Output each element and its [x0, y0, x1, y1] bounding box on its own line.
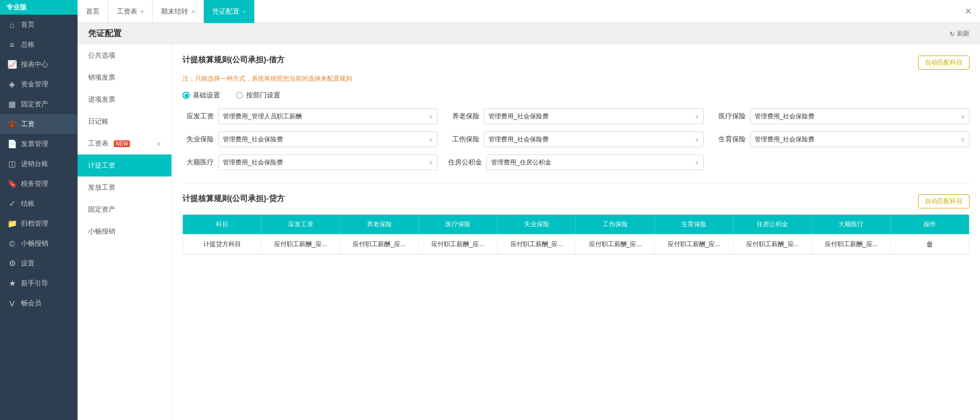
assets-icon: ▦ [7, 100, 17, 109]
sidebar-item-guide[interactable]: ★ 新手引导 [0, 273, 78, 293]
sidebar-item-home[interactable]: ⌂ 首页 [0, 15, 78, 35]
nav-purchase-invoice[interactable]: 进项发票 [78, 89, 171, 110]
field-maternity: 生育保险 管理费用_社会保险费 ∨ [714, 131, 970, 147]
section-divider [182, 183, 970, 183]
sidebar-item-closing[interactable]: ✓ 结账 [0, 194, 78, 214]
sidebar-label-expense: 小畅报销 [21, 239, 48, 248]
sidebar-label-tax: 税务管理 [21, 179, 48, 189]
sidebar-item-reports[interactable]: 📈 报表中心 [0, 54, 78, 74]
credit-auto-match-button[interactable]: 自动匹配科目 [918, 194, 970, 208]
td-action[interactable]: 🗑 [891, 235, 969, 254]
th-action: 操作 [891, 215, 969, 234]
chevron-down-icon: ∨ [429, 159, 433, 166]
chevron-down-icon: ∨ [429, 136, 433, 143]
chevron-down-icon: ∨ [695, 136, 699, 143]
sidebar-item-invoice[interactable]: 📄 发票管理 [0, 134, 78, 154]
settings-icon: ⚙ [7, 259, 17, 268]
th-subject: 科目 [183, 215, 262, 234]
field-injury: 工伤保险 管理费用_社会保险费 ∨ [448, 131, 703, 147]
sidebar-item-salary[interactable]: 💼 工资 [0, 114, 78, 134]
tab-period-close-close[interactable]: × [191, 8, 194, 15]
td-apply-salary[interactable]: 应付职工薪酬_应... [262, 235, 340, 254]
select-unemploy[interactable]: 管理费用_社会保险费 ∨ [218, 131, 438, 147]
app-title: 专业版 [0, 0, 78, 15]
archive-icon: 📁 [7, 219, 17, 228]
sidebar-label-archive: 归档管理 [21, 219, 48, 228]
nav-fixed-assets[interactable]: 固定资产 [78, 198, 171, 220]
tab-voucher-config[interactable]: 凭证配置 × [204, 0, 255, 23]
field-large-medical: 大额医疗 管理费用_社会保险费 ∨ [182, 154, 438, 170]
sidebar-item-assets[interactable]: ▦ 固定资产 [0, 94, 78, 114]
sidebar-item-trade[interactable]: ◫ 进销台账 [0, 154, 78, 174]
td-unemploy[interactable]: 应付职工薪酬_应... [497, 235, 576, 254]
tab-salary-table[interactable]: 工资表 × [108, 0, 153, 23]
tab-salary-table-close[interactable]: × [140, 8, 144, 15]
sidebar-item-funds[interactable]: ◈ 资金管理 [0, 74, 78, 94]
sidebar-label-reports: 报表中心 [21, 60, 48, 69]
tab-voucher-config-close[interactable]: × [243, 8, 246, 15]
sidebar-item-settings[interactable]: ⚙ 设置 [0, 253, 78, 273]
sidebar-item-expense[interactable]: © 小畅报销 [0, 234, 78, 253]
td-housing[interactable]: 应付职工薪酬_应... [734, 235, 812, 254]
th-housing: 住房公积金 [734, 215, 812, 234]
field-unemploy: 失业保险 管理费用_社会保险费 ∨ [182, 131, 438, 147]
nav-sales-invoice[interactable]: 销项发票 [78, 67, 171, 89]
refresh-icon: ↻ [950, 30, 955, 38]
th-apply-salary: 应发工资 [262, 215, 340, 234]
content-wrapper: 公共选项 销项发票 进项发票 日记账 工资表 NEW ∨ 计提工资 发放工资 [78, 45, 980, 420]
sidebar-item-member[interactable]: V 畅会员 [0, 293, 78, 313]
select-medical[interactable]: 管理费用_社会保险费 ∨ [750, 108, 970, 124]
invoice-icon: 📄 [7, 139, 17, 149]
radio-group: 基础设置 按部门设置 [182, 91, 970, 100]
tab-period-close[interactable]: 期末结转 × [153, 0, 203, 23]
label-medical: 医疗保险 [714, 112, 746, 121]
td-large-medical[interactable]: 应付职工薪酬_应... [812, 235, 891, 254]
td-maternity[interactable]: 应付职工薪酬_应... [655, 235, 734, 254]
funds-icon: ◈ [7, 80, 17, 89]
radio-dept[interactable]: 按部门设置 [236, 91, 280, 100]
credit-section-title: 计提核算规则(公司承担)-贷方 [182, 194, 285, 204]
tab-home[interactable]: 首页 [78, 0, 108, 23]
td-injury[interactable]: 应付职工薪酬_应... [576, 235, 655, 254]
credit-section-header: 计提核算规则(公司承担)-贷方 自动匹配科目 [182, 194, 970, 209]
label-injury: 工伤保险 [448, 135, 480, 144]
debit-section-header: 计提核算规则(公司承担)-借方 自动匹配科目 [182, 55, 970, 70]
sidebar-item-ledger[interactable]: ≡ 总账 [0, 35, 78, 54]
closing-icon: ✓ [7, 199, 17, 208]
td-medical[interactable]: 应付职工薪酬_应... [419, 235, 497, 254]
select-pension[interactable]: 管理费用_社会保险费 ∨ [484, 108, 703, 124]
nav-journal[interactable]: 日记账 [78, 110, 171, 132]
sidebar-label-funds: 资金管理 [21, 80, 48, 89]
nav-pay-salary[interactable]: 发放工资 [78, 176, 171, 198]
expense-icon: © [7, 239, 17, 248]
select-apply-salary[interactable]: 管理费用_管理人员职工薪酬 ∨ [218, 108, 438, 124]
page-header: 凭证配置 ↻ 刷新 [78, 23, 980, 45]
radio-basic[interactable]: 基础设置 [182, 91, 220, 100]
select-housing-fund[interactable]: 管理费用_住房公积金 ∨ [486, 154, 703, 170]
debit-section-note: 注：只能选择一种方式，系统将按照您当前的选择来配置规则 [182, 74, 970, 83]
nav-expense[interactable]: 小畅报销 [78, 220, 171, 242]
th-unemploy: 失业保险 [497, 215, 576, 234]
nav-public[interactable]: 公共选项 [78, 45, 171, 67]
debit-auto-match-button[interactable]: 自动匹配科目 [918, 56, 970, 70]
radio-dept-circle [236, 92, 243, 99]
select-injury[interactable]: 管理费用_社会保险费 ∨ [484, 131, 703, 147]
td-pension[interactable]: 应付职工薪酬_应... [340, 235, 419, 254]
sidebar-item-archive[interactable]: 📁 归档管理 [0, 214, 78, 234]
nav-payroll-calc[interactable]: 计提工资 [78, 154, 171, 176]
window-close-button[interactable]: ✕ [956, 6, 980, 16]
refresh-button[interactable]: ↻ 刷新 [950, 29, 970, 38]
th-large-medical: 大额医疗 [812, 215, 891, 234]
label-large-medical: 大额医疗 [182, 158, 214, 167]
debit-section-title: 计提核算规则(公司承担)-借方 [182, 55, 285, 65]
sidebar-label-trade: 进销台账 [21, 159, 48, 169]
nav-salary-table[interactable]: 工资表 NEW ∨ [78, 132, 171, 154]
sidebar-item-tax[interactable]: 🔖 税务管理 [0, 174, 78, 194]
credit-table: 科目 应发工资 养老保险 医疗保险 失业保险 工伤保险 生育保险 住房公积金 大… [182, 214, 970, 255]
delete-icon[interactable]: 🗑 [926, 240, 933, 248]
chevron-down-icon: ∨ [695, 113, 699, 120]
select-maternity[interactable]: 管理费用_社会保险费 ∨ [750, 131, 970, 147]
label-maternity: 生育保险 [714, 135, 746, 144]
select-large-medical[interactable]: 管理费用_社会保险费 ∨ [218, 154, 438, 170]
home-icon: ⌂ [7, 20, 17, 29]
